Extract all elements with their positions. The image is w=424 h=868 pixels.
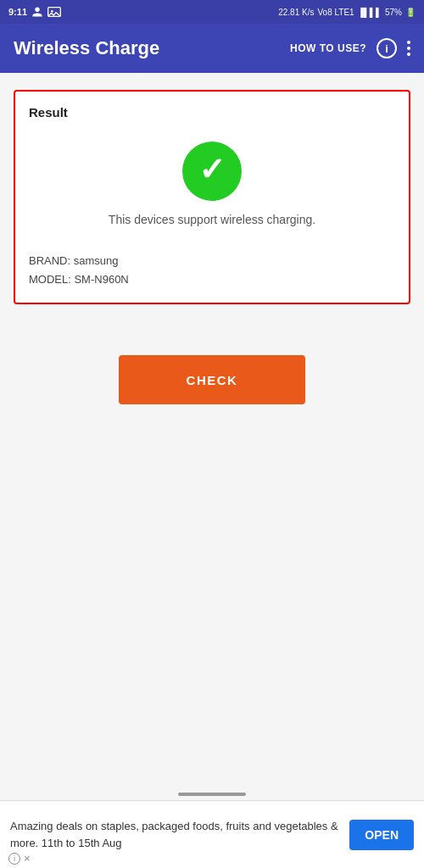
app-bar-actions: HOW TO USE? i	[290, 38, 410, 58]
home-indicator	[178, 793, 246, 796]
result-inner: ✓ This devices support wireless charging…	[29, 133, 395, 252]
time-display: 9:11	[8, 7, 27, 17]
menu-dot-2	[407, 47, 410, 50]
overflow-menu-button[interactable]	[407, 41, 410, 56]
app-title: Wireless Charge	[14, 37, 159, 59]
svg-point-1	[51, 10, 53, 13]
how-to-use-button[interactable]: HOW TO USE?	[290, 42, 366, 54]
ad-info-icon[interactable]: i	[8, 853, 20, 865]
device-info: BRAND: samsung MODEL: SM-N960N	[29, 252, 395, 289]
user-icon	[31, 6, 43, 18]
ad-info-row: i ×	[8, 852, 31, 865]
network-speed: 22.81 K/s	[278, 8, 314, 17]
battery-icon: 🔋	[405, 8, 416, 17]
battery-level: 57%	[385, 8, 402, 17]
check-circle-icon: ✓	[182, 142, 242, 201]
check-button-container: CHECK	[14, 355, 410, 404]
result-card: Result ✓ This devices support wireless c…	[14, 90, 410, 304]
network-type: Vo8 LTE1	[317, 8, 354, 17]
info-icon-label: i	[385, 42, 388, 55]
app-bar: Wireless Charge HOW TO USE? i	[0, 24, 424, 73]
status-indicators: 22.81 K/s Vo8 LTE1 ▐▌▌▌ 57% 🔋	[278, 8, 416, 17]
signal-bars: ▐▌▌▌	[358, 8, 382, 17]
menu-dot-1	[407, 41, 410, 44]
result-label: Result	[29, 105, 395, 120]
checkmark-symbol: ✓	[198, 153, 226, 186]
ad-close-button[interactable]: ×	[24, 852, 31, 865]
ad-banner: Amazing deals on staples, packaged foods…	[0, 800, 424, 868]
image-icon	[47, 7, 61, 17]
check-button[interactable]: CHECK	[119, 355, 305, 404]
status-bar: 9:11 22.81 K/s Vo8 LTE1 ▐▌▌▌ 57% 🔋	[0, 0, 424, 24]
info-button[interactable]: i	[377, 38, 397, 58]
model-text: MODEL: SM-N960N	[29, 270, 395, 289]
main-content: Result ✓ This devices support wireless c…	[0, 73, 424, 817]
brand-text: BRAND: samsung	[29, 252, 395, 270]
ad-text: Amazing deals on staples, packaged foods…	[10, 818, 349, 851]
ad-open-button[interactable]: OPEN	[349, 820, 414, 850]
menu-dot-3	[407, 53, 410, 56]
status-time: 9:11	[8, 6, 61, 18]
support-text: This devices support wireless charging.	[109, 213, 315, 226]
